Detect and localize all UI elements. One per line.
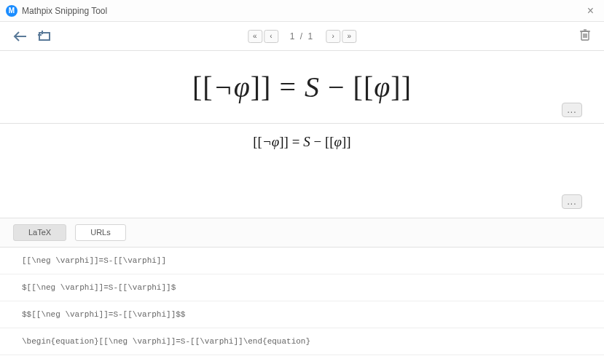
captured-equation: [[¬φ]] = S − [[φ]]: [192, 70, 412, 104]
app-title: Mathpix Snipping Tool: [22, 6, 583, 16]
output-row[interactable]: $[[\neg \varphi]]=S-[[\varphi]]$: [0, 274, 604, 301]
page-indicator: 1 / 1: [290, 31, 314, 41]
tab-latex[interactable]: LaTeX: [13, 224, 66, 241]
next-page-button[interactable]: ›: [326, 30, 340, 43]
toolbar-right: [579, 28, 591, 44]
page-navigation: « ‹ 1 / 1 › »: [248, 30, 356, 43]
captured-image-pane: [[¬φ]] = S − [[φ]] ...: [0, 51, 604, 124]
app-logo-icon: M: [6, 5, 17, 17]
output-row[interactable]: $$[[\neg \varphi]]=S-[[\varphi]]$$: [0, 301, 604, 328]
first-page-button[interactable]: «: [248, 30, 262, 43]
titlebar: M Mathpix Snipping Tool ×: [0, 0, 604, 22]
render-more-button[interactable]: ...: [562, 194, 582, 209]
last-page-button[interactable]: »: [342, 30, 356, 43]
output-list: [[\neg \varphi]]=S-[[\varphi]] $[[\neg \…: [0, 248, 604, 355]
back-arrow-icon[interactable]: [13, 31, 28, 41]
toolbar-left: [13, 31, 51, 42]
tab-urls[interactable]: URLs: [75, 224, 126, 241]
output-row[interactable]: \begin{equation}[[\neg \varphi]]=S-[[\va…: [0, 328, 604, 355]
prev-page-button[interactable]: ‹: [264, 30, 278, 43]
capture-more-button[interactable]: ...: [562, 103, 582, 117]
output-tabs: LaTeX URLs: [0, 218, 604, 248]
svg-rect-1: [39, 33, 50, 40]
close-icon[interactable]: ×: [583, 3, 598, 19]
rendered-output-pane: [[¬φ]] = S − [[φ]] ...: [0, 124, 604, 218]
rendered-equation: [[¬φ]] = S − [[φ]]: [253, 134, 350, 150]
toolbar: « ‹ 1 / 1 › »: [0, 22, 604, 51]
delete-icon[interactable]: [579, 28, 591, 44]
output-row[interactable]: [[\neg \varphi]]=S-[[\varphi]]: [0, 248, 604, 274]
capture-screen-icon[interactable]: [38, 31, 51, 42]
